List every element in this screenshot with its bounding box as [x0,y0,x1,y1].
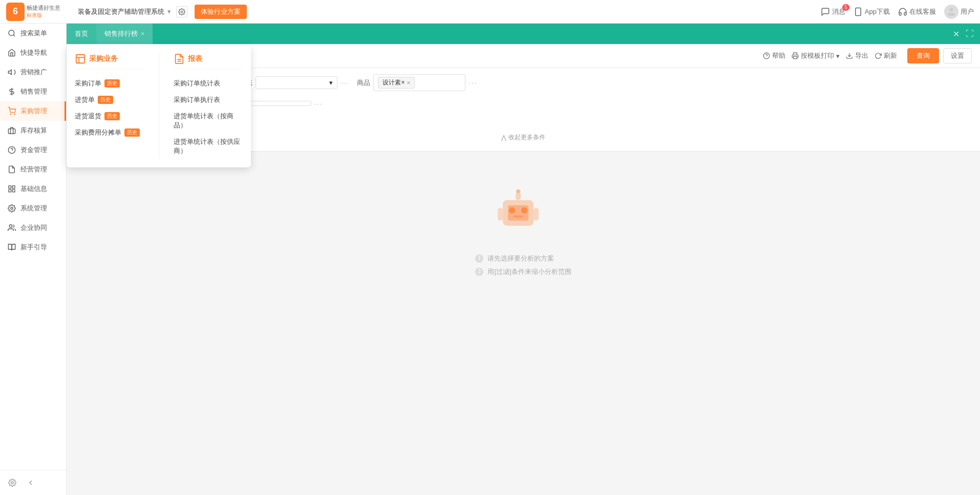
menu-item-expense[interactable]: 采购费用分摊单 历史 [75,124,144,141]
help-action[interactable]: 帮助 [763,51,785,60]
print-action[interactable]: 按模板打印 ▾ [792,51,840,60]
svg-point-8 [950,8,953,11]
sidebar-item-sales[interactable]: 销售管理 [0,82,66,101]
message-action[interactable]: 5 消息 [821,7,845,16]
menu-item-purchase-stat[interactable]: 采购订单统计表 [174,75,243,92]
hint-item-1: 1 请先选择要分析的方案 [475,252,571,265]
svg-rect-36 [498,208,503,221]
tab-close-icon[interactable]: × [141,30,144,37]
purchase-section: 采购业务 采购订单 历史 进货单 历史 进货退货 历史 采购费用分摊单 历史 [75,53,144,159]
settings-btn[interactable]: 设置 [943,48,972,63]
online-service-action[interactable]: 在线客服 [898,7,936,16]
query-btn[interactable]: 查询 [907,48,939,63]
menu-item-incoming[interactable]: 进货单 历史 [75,92,144,108]
system-icon [7,204,16,213]
sidebar-item-operation[interactable]: 经营管理 [0,160,66,179]
tab-sales-ranking[interactable]: 销售排行榜 × [96,24,153,44]
purchase-section-header: 采购业务 [75,53,144,69]
svg-marker-11 [8,70,11,74]
app-download-label: App下载 [865,7,890,16]
sidebar-item-newbie[interactable]: 新手引导 [0,238,66,257]
sidebar-item-label: 搜索菜单 [20,29,47,38]
hint-item-2: 2 用[过滤]条件来缩小分析范围 [475,265,571,278]
sidebar-item-enterprise[interactable]: 企业协同 [0,218,66,238]
sidebar-item-capital[interactable]: 资金管理 [0,140,66,160]
system-title-text: 装备及固定资产辅助管理系统 [78,7,164,16]
logo-text: 畅捷通好生意 [27,4,60,11]
tab-close-btn[interactable]: ✕ [951,29,962,39]
export-icon [846,52,853,59]
hint-num-1: 1 [475,254,483,263]
sidebar-item-system[interactable]: 系统管理 [0,199,66,218]
svg-line-10 [13,35,15,36]
product-tag-text: 设计素× [382,78,404,87]
sidebar-item-basic-info[interactable]: 基础信息 [0,179,66,199]
purchase-section-icon [75,53,86,64]
collapse-icon [27,479,35,487]
doc-status-more[interactable]: ··· [340,79,349,87]
svg-rect-34 [516,192,521,200]
export-label: 导出 [855,51,868,60]
sidebar-item-label: 销售管理 [20,87,47,96]
svg-rect-19 [12,186,15,188]
app-download-action[interactable]: App下载 [854,7,890,16]
notification-badge: 5 [842,4,849,11]
sidebar-collapse-btn[interactable] [23,475,39,491]
report-section-header: 报表 [174,53,243,69]
tab-maximize-btn[interactable]: ⛶ [964,29,976,38]
refresh-label: 刷新 [884,51,897,60]
product-filter: 商品 设计素× × ··· [357,74,477,91]
salesperson-more[interactable]: ··· [314,100,323,107]
phone-icon [854,7,863,16]
sidebar-item-label: 经营管理 [20,165,47,174]
online-service-label: 在线客服 [909,7,936,16]
refresh-action[interactable]: 刷新 [875,51,897,60]
menu-item-return[interactable]: 进货退货 历史 [75,108,144,124]
title-settings-icon[interactable] [176,6,187,17]
avatar-icon [946,7,956,17]
logo-icon: 6 [6,3,25,21]
sidebar: 搜索菜单 快捷导航 营销推广 销售管理 [0,24,67,495]
menu-divider [159,53,159,159]
newbie-icon [7,243,16,252]
menu-item-purchase-exec[interactable]: 采购订单执行表 [174,92,243,108]
sidebar-item-purchase[interactable]: 采购管理 [0,101,66,121]
sidebar-item-label: 采购管理 [20,106,47,116]
title-dropdown-icon[interactable]: ▾ [167,8,171,15]
product-tag-close[interactable]: × [407,79,410,87]
doc-status-select[interactable]: ▾ [255,76,337,89]
report-section-title: 报表 [188,54,202,63]
user-action[interactable]: 用户 [944,5,974,19]
print-icon [792,52,799,59]
marketing-icon [7,68,16,77]
product-select[interactable]: 设计素× × [373,74,465,91]
tab-spacer [153,24,947,44]
menu-item-purchase-order[interactable]: 采购订单 历史 [75,75,144,92]
enterprise-icon [7,223,16,232]
tab-home-label: 首页 [75,29,88,38]
sidebar-item-marketing[interactable]: 营销推广 [0,62,66,82]
sidebar-item-label: 基础信息 [20,184,47,193]
sidebar-item-label: 库存核算 [20,126,47,135]
message-icon [821,7,830,16]
menu-item-incoming-stat-supplier[interactable]: 进货单统计表（按供应商） [174,134,243,159]
sidebar-bottom [0,470,66,495]
tab-right-btns: ✕ ⛶ [947,24,980,44]
menu-item-incoming-stat-product[interactable]: 进货单统计表（按商品） [174,108,243,134]
print-label: 按模板打印 [801,51,834,60]
logo-badge: 标准版 [27,12,60,19]
sidebar-item-quick-nav[interactable]: 快捷导航 [0,43,66,62]
sidebar-item-inventory[interactable]: 库存核算 [0,121,66,140]
export-action[interactable]: 导出 [846,51,868,60]
purchase-section-title: 采购业务 [89,54,118,63]
sidebar-settings-btn[interactable] [4,475,20,491]
tab-home[interactable]: 首页 [67,24,96,44]
print-dropdown-icon[interactable]: ▾ [836,52,840,60]
sidebar-item-search[interactable]: 搜索菜单 [0,24,66,43]
refresh-icon [875,52,882,59]
menu-item-label: 采购订单执行表 [174,95,220,104]
collapse-icon: ⋀ [501,134,506,141]
product-more[interactable]: ··· [468,79,477,87]
industry-btn[interactable]: 体验行业方案 [195,5,247,19]
doc-status-dropdown-icon: ▾ [329,79,333,87]
